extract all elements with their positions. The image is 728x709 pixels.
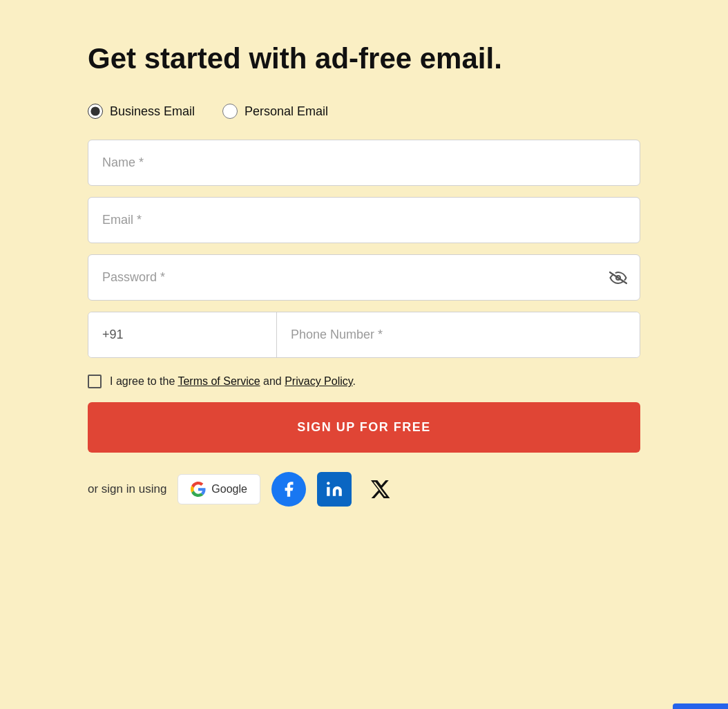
personal-email-label: Personal Email	[245, 104, 328, 119]
linkedin-icon	[325, 480, 343, 498]
twitter-signin-button[interactable]	[363, 472, 397, 507]
name-field-group	[88, 140, 640, 186]
password-wrapper	[88, 254, 640, 301]
social-prefix: or sign in using	[88, 482, 166, 496]
personal-email-option[interactable]: Personal Email	[222, 104, 328, 119]
facebook-signin-button[interactable]	[271, 472, 306, 507]
google-label: Google	[211, 483, 247, 495]
page-title: Get started with ad-free email.	[88, 41, 640, 76]
terms-middle: and	[260, 375, 285, 387]
bottom-bar	[673, 703, 728, 709]
x-twitter-icon	[369, 478, 391, 500]
terms-prefix: I agree to the	[110, 375, 178, 387]
name-input[interactable]	[88, 140, 640, 186]
email-input[interactable]	[88, 197, 640, 243]
svg-point-1	[327, 482, 329, 485]
main-container: Get started with ad-free email. Business…	[88, 41, 640, 507]
personal-email-radio[interactable]	[222, 104, 238, 119]
business-email-option[interactable]: Business Email	[88, 104, 195, 119]
google-signin-button[interactable]: Google	[178, 474, 260, 504]
signup-button[interactable]: SIGN UP FOR FREE	[88, 402, 640, 453]
terms-of-service-link[interactable]: Terms of Service	[178, 375, 260, 387]
business-email-label: Business Email	[110, 104, 195, 119]
password-input[interactable]	[88, 254, 640, 301]
terms-suffix: .	[353, 375, 356, 387]
facebook-icon	[280, 480, 298, 498]
email-type-group: Business Email Personal Email	[88, 104, 640, 119]
phone-row	[88, 312, 640, 358]
toggle-password-icon[interactable]	[609, 271, 628, 285]
social-row: or sign in using Google	[88, 472, 640, 507]
phone-code-input[interactable]	[88, 312, 277, 357]
google-icon	[191, 482, 206, 497]
business-email-radio[interactable]	[88, 104, 103, 119]
linkedin-signin-button[interactable]	[317, 472, 352, 507]
password-field-group	[88, 254, 640, 301]
terms-checkbox[interactable]	[88, 375, 102, 388]
terms-row: I agree to the Terms of Service and Priv…	[88, 375, 640, 388]
terms-text: I agree to the Terms of Service and Priv…	[110, 375, 356, 388]
phone-field-group	[88, 312, 640, 358]
phone-number-input[interactable]	[277, 312, 640, 357]
privacy-policy-link[interactable]: Privacy Policy	[285, 375, 352, 387]
email-field-group	[88, 197, 640, 243]
